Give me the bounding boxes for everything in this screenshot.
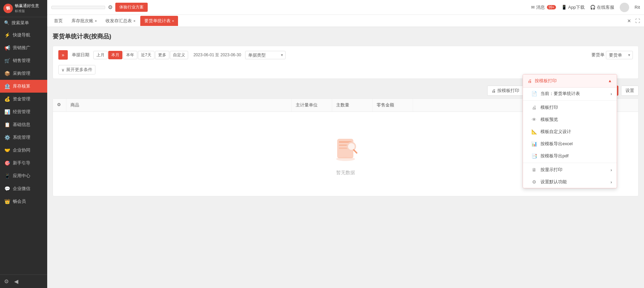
enterprise-icon: 🤝 bbox=[4, 148, 10, 153]
dropdown-item-template-print[interactable]: 🖨 模板打印 bbox=[523, 101, 617, 114]
tab-collection-summary-close[interactable]: × bbox=[133, 19, 135, 23]
default-function-label: 设置默认功能 bbox=[540, 179, 567, 185]
topbar-gear-icon[interactable]: ⚙ bbox=[108, 4, 113, 10]
user-avatar[interactable] bbox=[620, 3, 629, 12]
system-icon: ⚙️ bbox=[4, 135, 10, 140]
tab-collection-summary[interactable]: 收发存汇总表 × bbox=[101, 16, 139, 26]
marketing-icon: 📢 bbox=[4, 45, 10, 51]
order-status-select[interactable]: 要货单 bbox=[606, 51, 633, 59]
tabs-bar: 首页 库存批次账 × 收发存汇总表 × 要货单统计表 × ✕ ⛶ bbox=[47, 15, 644, 27]
sidebar-search[interactable]: 🔍 搜索菜单 bbox=[0, 17, 47, 29]
dropdown-header[interactable]: 🖨 按模板打印 ▲ bbox=[523, 74, 617, 88]
tab-batch-account[interactable]: 库存批次账 × bbox=[67, 16, 101, 26]
online-service-button[interactable]: 🎧 在线客服 bbox=[590, 4, 614, 10]
expand-row: ∨ 展开更多条件 bbox=[58, 62, 633, 74]
sidebar-item-sales[interactable]: 🛒 销售管理 bbox=[0, 54, 47, 67]
print-dropdown-panel: 🖨 按模板打印 ▲ 📄 当前：要货单统计表 › 🖨 模板打印 👁 模板预览 bbox=[523, 74, 617, 188]
sidebar-item-label: 应用中心 bbox=[13, 173, 30, 179]
inventory-icon: 🏦 bbox=[4, 84, 10, 89]
sidebar-item-label: 销售管理 bbox=[13, 58, 30, 64]
sidebar-item-quick-nav[interactable]: ⚡ 快捷导航 bbox=[0, 29, 47, 41]
date-btn-more[interactable]: 更多 bbox=[155, 51, 169, 59]
tab-order-summary-close[interactable]: × bbox=[172, 19, 174, 23]
user-name[interactable]: Rit bbox=[635, 5, 640, 10]
maximize-button[interactable]: ⛶ bbox=[634, 18, 641, 24]
template-preview-icon: 👁 bbox=[531, 117, 537, 122]
topbar-right: ✉ 消息 99+ 📱 App下载 🎧 在线客服 Rit bbox=[531, 3, 640, 12]
dropdown-divider-2 bbox=[523, 163, 617, 163]
dropdown-item-template-design[interactable]: 📐 模板自定义设计 bbox=[523, 126, 617, 138]
col-retail-amount: 零售金额 bbox=[373, 99, 413, 111]
sidebar-item-operations[interactable]: 📊 经营管理 bbox=[0, 105, 47, 118]
topbar-search-input[interactable] bbox=[51, 6, 105, 9]
tab-home-label: 首页 bbox=[54, 18, 63, 24]
sidebar-item-label: 畅会员 bbox=[13, 198, 26, 204]
filter-expand-icon[interactable]: » bbox=[58, 50, 68, 60]
order-status-filter: 要货单 要货单 bbox=[591, 51, 633, 59]
date-btn-this-month[interactable]: 本月 bbox=[108, 51, 122, 59]
close-all-tabs-button[interactable]: ✕ bbox=[626, 18, 633, 24]
quick-nav-icon: ⚡ bbox=[4, 32, 10, 38]
print-button[interactable]: 🖨 按模板打印 bbox=[487, 86, 524, 96]
app-download-icon: 📱 bbox=[561, 5, 567, 10]
expand-chevron-icon: ∨ bbox=[61, 67, 65, 72]
sidebar-item-finance[interactable]: 💰 资金管理 bbox=[0, 93, 47, 105]
sidebar: 畅 畅赢通好生意 标准版 🔍 搜索菜单 ⚡ 快捷导航 📢 营销推广 🛒 销售管理… bbox=[0, 0, 47, 288]
tab-collection-summary-label: 收发存汇总表 bbox=[106, 18, 132, 24]
default-function-arrow: › bbox=[611, 180, 612, 185]
sidebar-item-inventory[interactable]: 🏦 库存核算 bbox=[0, 80, 47, 93]
dropdown-item-default-function[interactable]: ⚙ 设置默认功能 › bbox=[523, 176, 617, 188]
sidebar-item-app-center[interactable]: 📱 应用中心 bbox=[0, 169, 47, 182]
date-btn-custom[interactable]: 自定义 bbox=[170, 51, 188, 59]
template-preview-label: 模板预览 bbox=[540, 117, 558, 123]
app-logo-icon: 畅 bbox=[3, 4, 13, 13]
tab-order-summary[interactable]: 要货单统计表 × bbox=[140, 16, 178, 26]
app-name: 畅赢通好生意 bbox=[15, 3, 39, 9]
sidebar-item-membership[interactable]: 👑 畅会员 bbox=[0, 195, 47, 208]
tabs-actions: ✕ ⛶ bbox=[626, 18, 641, 24]
dropdown-item-template-preview[interactable]: 👁 模板预览 bbox=[523, 114, 617, 126]
sidebar-item-system[interactable]: ⚙️ 系统管理 bbox=[0, 131, 47, 144]
date-btn-this-year[interactable]: 本年 bbox=[123, 51, 137, 59]
dropdown-item-export-pdf[interactable]: 📑 按模板导出pdf bbox=[523, 150, 617, 162]
settings-button[interactable]: 设置 bbox=[621, 86, 639, 96]
tab-home[interactable]: 首页 bbox=[50, 16, 67, 26]
trial-button[interactable]: 体验行业方案 bbox=[115, 3, 148, 12]
sales-icon: 🛒 bbox=[4, 58, 10, 63]
membership-icon: 👑 bbox=[4, 199, 10, 204]
settings-bottom-icon[interactable]: ⚙ bbox=[4, 278, 9, 285]
col-settings[interactable]: ⚙ bbox=[53, 99, 66, 111]
sidebar-item-guide[interactable]: 🎯 新手引导 bbox=[0, 157, 47, 169]
online-service-icon: 🎧 bbox=[590, 5, 595, 10]
sidebar-item-wechat[interactable]: 💬 企业微信 bbox=[0, 182, 47, 195]
message-label: 消息 bbox=[536, 4, 545, 10]
sidebar-item-label: 库存核算 bbox=[13, 83, 30, 89]
tab-batch-account-close[interactable]: × bbox=[95, 19, 97, 23]
expand-button[interactable]: ∨ 展开更多条件 bbox=[58, 65, 95, 74]
sidebar-item-label: 新手引导 bbox=[13, 160, 30, 166]
dropdown-header-chevron: ▲ bbox=[608, 78, 612, 83]
sidebar-bottom: ⚙ ◀ bbox=[0, 275, 47, 288]
operations-icon: 📊 bbox=[4, 109, 10, 115]
col-product: 商品 bbox=[66, 99, 292, 111]
dropdown-current-item[interactable]: 📄 当前：要货单统计表 › bbox=[523, 88, 617, 100]
sidebar-item-marketing[interactable]: 📢 营销推广 bbox=[0, 41, 47, 54]
sidebar-item-basic-info[interactable]: 📋 基础信息 bbox=[0, 118, 47, 131]
app-center-icon: 📱 bbox=[4, 173, 10, 179]
sidebar-item-label: 基础信息 bbox=[13, 122, 30, 128]
app-download-button[interactable]: 📱 App下载 bbox=[561, 4, 585, 10]
sidebar-item-enterprise[interactable]: 🤝 企业协同 bbox=[0, 144, 47, 157]
sidebar-item-purchase[interactable]: 📦 采购管理 bbox=[0, 67, 47, 80]
toggle-sidebar-icon[interactable]: ◀ bbox=[14, 278, 18, 285]
page-content: 要货单统计表(按商品) » 单据日期 上月 本月 本年 近7天 更多 自定义 2… bbox=[47, 27, 644, 288]
dropdown-item-export-excel[interactable]: 📊 按模板导出excel bbox=[523, 138, 617, 150]
sidebar-nav: ⚡ 快捷导航 📢 营销推广 🛒 销售管理 📦 采购管理 🏦 库存核算 💰 资金管… bbox=[0, 29, 47, 275]
date-btn-7days[interactable]: 近7天 bbox=[138, 51, 154, 59]
date-btn-last-month[interactable]: 上月 bbox=[93, 51, 108, 59]
dropdown-item-display-print[interactable]: 🖥 按显示打印 › bbox=[523, 164, 617, 176]
bill-type-select[interactable]: 单据类型 bbox=[245, 51, 286, 59]
message-button[interactable]: ✉ 消息 99+ bbox=[531, 4, 556, 10]
app-edition: 标准版 bbox=[15, 9, 39, 13]
export-excel-label: 按模板导出excel bbox=[540, 141, 573, 147]
svg-point-6 bbox=[348, 143, 355, 150]
